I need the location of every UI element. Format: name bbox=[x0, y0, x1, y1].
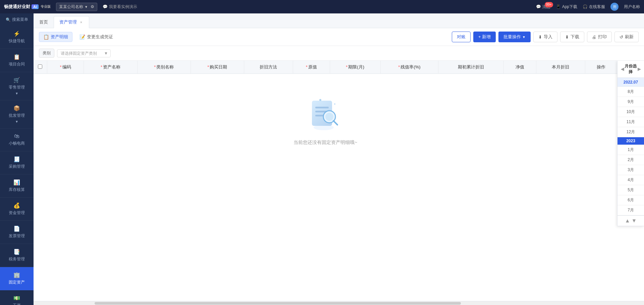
sub-tab-bar: 📋 资产明细 📝 变更生成凭证 对账 + 新增 批量操作 bbox=[34, 28, 644, 46]
category-filter-select[interactable]: 请选择固定资产类别 房屋及建筑物 机器设备 运输工具 电子设备 bbox=[57, 49, 111, 57]
print-button[interactable]: 🖨 打印 bbox=[587, 32, 612, 42]
month-scroll-down-button[interactable]: ▼ bbox=[632, 218, 637, 224]
sidebar-label-assets: 固定资产 bbox=[9, 279, 25, 285]
tab-asset-mgmt[interactable]: 资产管理 × bbox=[54, 16, 89, 28]
sidebar-item-fund-mgmt[interactable]: 💰 资金管理 bbox=[0, 198, 34, 221]
home-tab-label: 首页 bbox=[39, 19, 48, 25]
sidebar-item-payroll[interactable]: 💵 工资 bbox=[0, 290, 34, 305]
month-prev-year-button[interactable]: ◀ bbox=[620, 66, 625, 72]
reconcile-button[interactable]: 对账 bbox=[452, 32, 471, 42]
sidebar-item-retail-mgmt[interactable]: 🛒 零售管理 ▼ bbox=[0, 72, 34, 100]
month-item-2023-4[interactable]: 4月 bbox=[618, 175, 644, 185]
empty-state: 当前您还没有固定资产明细哦~ bbox=[34, 74, 617, 166]
filter-bar: 类别 请选择固定资产类别 房屋及建筑物 机器设备 运输工具 电子设备 ▼ bbox=[34, 46, 644, 61]
month-item-2023-6[interactable]: 6月 bbox=[618, 195, 644, 205]
table-col-monthly-dep: 本月折旧 bbox=[536, 61, 585, 74]
month-item-2023-7[interactable]: 7月 bbox=[618, 205, 644, 215]
month-item-10[interactable]: 10月 bbox=[618, 107, 644, 117]
batch-chevron-icon: ▼ bbox=[522, 35, 526, 39]
company-dropdown-icon: ▼ bbox=[85, 5, 88, 9]
import-label: 导入 bbox=[544, 34, 552, 40]
download-icon: ⬇ bbox=[565, 35, 569, 40]
table-col-asset-name: *资产名称 bbox=[84, 61, 137, 74]
sidebar-label-wholesale: 批发管理 bbox=[9, 113, 25, 118]
payroll-icon: 💵 bbox=[13, 295, 20, 301]
table-col-checkbox bbox=[34, 61, 47, 74]
wholesale-icon: 📦 bbox=[13, 105, 20, 111]
download-icon: 📱 bbox=[556, 4, 561, 9]
app-brand: 畅捷通好业财 Ai 专业版 bbox=[4, 4, 51, 10]
year-label: 2022.07 bbox=[624, 80, 638, 85]
month-item-2023-2[interactable]: 2月 bbox=[618, 155, 644, 165]
month-item-2023-5[interactable]: 5月 bbox=[618, 185, 644, 195]
table-col-original-value: *原值 bbox=[293, 61, 330, 74]
settings-icon[interactable]: ⚙ bbox=[91, 4, 94, 9]
refresh-button[interactable]: ↺ 刷新 bbox=[614, 32, 639, 42]
sub-tab-asset-detail[interactable]: 📋 资产明细 bbox=[39, 32, 72, 42]
username-label: 用户名称 bbox=[624, 4, 640, 10]
company-selector[interactable]: 某某公司名称 ▼ ⚙ bbox=[56, 3, 97, 11]
sidebar-item-wholesale-mgmt[interactable]: 📦 批发管理 ▼ bbox=[0, 100, 34, 129]
print-label: 打印 bbox=[598, 34, 607, 40]
month-item-2022-07[interactable]: 2022.07 bbox=[618, 78, 644, 87]
month-scroll-up-button[interactable]: ▲ bbox=[625, 218, 630, 224]
horizontal-scrollbar[interactable] bbox=[34, 301, 644, 305]
sidebar-item-purchase-mgmt[interactable]: 🧾 采购管理 bbox=[0, 151, 34, 174]
month-item-2023-3[interactable]: 3月 bbox=[618, 165, 644, 175]
month-item-9[interactable]: 9月 bbox=[618, 97, 644, 107]
table-col-operation: 操作 bbox=[585, 61, 617, 74]
user-avatar[interactable]: 用 bbox=[610, 3, 619, 11]
app-download-button[interactable]: 📱 App下载 bbox=[556, 4, 577, 10]
svg-point-9 bbox=[319, 99, 321, 101]
month-year-2023-badge: 2023 bbox=[618, 137, 644, 145]
table-header: *编码 *资产名称 *类别名称 *购买日期 bbox=[34, 61, 617, 74]
message-button[interactable]: 💬 消息 99+ bbox=[536, 4, 550, 10]
sub-tab-change-voucher[interactable]: 📝 变更生成凭证 bbox=[75, 32, 117, 42]
batch-button[interactable]: 批量操作 ▼ bbox=[498, 32, 531, 42]
sidebar-item-project-contract[interactable]: 📋 项目合同 bbox=[0, 49, 34, 72]
table-wrapper[interactable]: *编码 *资产名称 *类别名称 *购买日期 bbox=[34, 61, 644, 301]
tab-close-button[interactable]: × bbox=[79, 20, 84, 24]
wholesale-arrow-icon: ▼ bbox=[15, 120, 18, 123]
sidebar-label-quick-nav: 快捷导航 bbox=[9, 38, 25, 44]
add-button[interactable]: + 新增 bbox=[473, 32, 496, 42]
asset-mgmt-tab-label: 资产管理 bbox=[59, 19, 77, 25]
purchase-icon: 🧾 bbox=[13, 156, 20, 162]
month-item-2023-1[interactable]: 1月 bbox=[618, 145, 644, 155]
asset-table: *编码 *资产名称 *类别名称 *购买日期 bbox=[34, 61, 617, 74]
page-content: 📋 资产明细 📝 变更生成凭证 对账 + 新增 批量操作 bbox=[34, 28, 644, 305]
download-button[interactable]: ⬇ 下载 bbox=[560, 32, 584, 42]
sidebar-item-fixed-assets[interactable]: 🏢 固定资产 bbox=[0, 267, 34, 290]
month-item-12[interactable]: 12月 bbox=[618, 127, 644, 137]
online-service-label: 在线客服 bbox=[589, 4, 605, 10]
tab-bar: 首页 资产管理 × bbox=[34, 13, 644, 28]
project-icon: 📋 bbox=[13, 54, 20, 60]
sidebar-item-invoice-mgmt[interactable]: 📄 发票管理 bbox=[0, 221, 34, 244]
tab-home[interactable]: 首页 bbox=[34, 16, 54, 28]
month-item-8[interactable]: 8月 bbox=[618, 87, 644, 97]
month-item-11[interactable]: 11月 bbox=[618, 117, 644, 127]
sidebar-item-quick-nav[interactable]: ⚡ 快捷导航 bbox=[0, 26, 34, 49]
sidebar-label-project: 项目合同 bbox=[9, 61, 25, 67]
month-next-year-button[interactable]: ▶ bbox=[637, 66, 641, 72]
sidebar-item-inventory[interactable]: 📊 库存核算 bbox=[0, 174, 34, 198]
import-button[interactable]: ⬇ 导入 bbox=[533, 32, 557, 42]
select-all-checkbox[interactable] bbox=[38, 64, 42, 69]
category-filter-wrapper: 请选择固定资产类别 房屋及建筑物 机器设备 运输工具 电子设备 ▼ bbox=[57, 49, 111, 57]
sidebar-item-tax-mgmt[interactable]: 📑 税务管理 bbox=[0, 244, 34, 267]
month-picker-title: 月份选择 bbox=[625, 63, 637, 75]
demo-link[interactable]: 💬 我要看实例演示 bbox=[103, 4, 137, 10]
sidebar-label-search: 搜索菜单 bbox=[12, 17, 28, 22]
demo-text: 我要看实例演示 bbox=[109, 4, 137, 10]
sidebar-label-inventory: 库存核算 bbox=[9, 187, 25, 193]
table-col-period: *期限(月) bbox=[330, 61, 380, 74]
app-title: 畅捷通好业财 bbox=[4, 4, 30, 10]
quick-nav-icon: ⚡ bbox=[13, 31, 20, 37]
sidebar-item-search-menu[interactable]: 🔍 搜索菜单 bbox=[0, 13, 34, 26]
svg-point-10 bbox=[334, 103, 335, 105]
content-area: 首页 资产管理 × 📋 资产明细 📝 变更生成凭证 bbox=[34, 13, 644, 305]
online-service-button[interactable]: 🎧 在线客服 bbox=[583, 4, 605, 10]
sidebar-item-mini-ecom[interactable]: 🛍 小畅电商 bbox=[0, 129, 34, 151]
sidebar-label-ecom: 小畅电商 bbox=[9, 141, 25, 146]
add-label: + 新增 bbox=[478, 34, 491, 40]
